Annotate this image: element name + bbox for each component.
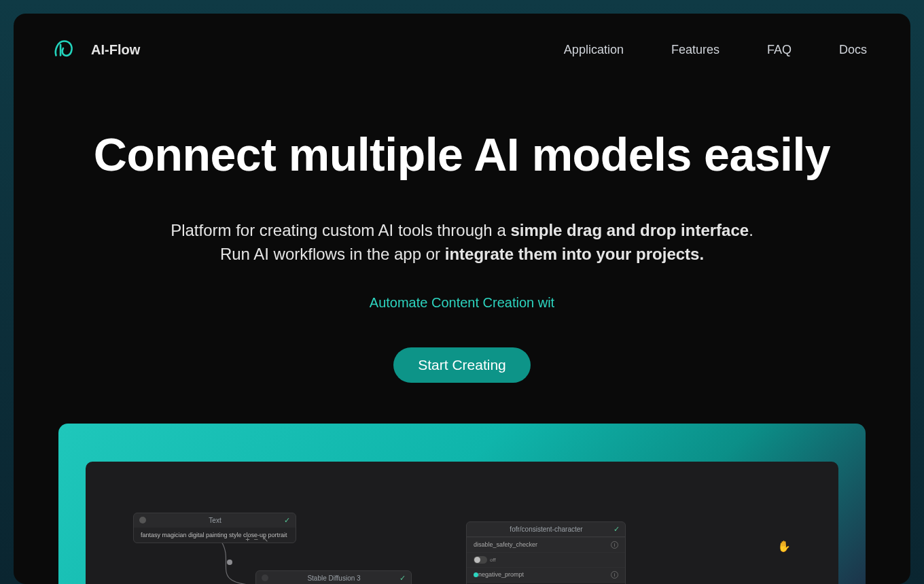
hero-sub-line1-bold: simple drag and drop interface <box>510 221 749 239</box>
brand-name: AI-Flow <box>91 42 140 58</box>
toggle-off-label: off <box>490 557 496 563</box>
node-sd-title: Stable Diffusion 3 <box>268 574 399 582</box>
node-text-title: Text <box>146 517 284 524</box>
brand-logo-icon <box>49 34 77 65</box>
port-icon[interactable] <box>474 572 478 577</box>
check-icon: ✓ <box>614 525 620 534</box>
hero-sub-line2-bold: integrate them into your projects. <box>445 245 704 263</box>
nav-link-faq[interactable]: FAQ <box>767 43 792 57</box>
toggle-off[interactable] <box>474 556 487 564</box>
node-consistent-character[interactable]: fofr/consistent-character ✓ disable_safe… <box>466 521 626 584</box>
node-text-controls[interactable]: + − ↖ <box>245 535 268 544</box>
hero-title: Connect multiple AI models easily <box>14 128 910 181</box>
info-icon[interactable]: i <box>611 541 618 549</box>
primary-nav: Application Features FAQ Docs <box>564 43 867 57</box>
node-cc-title: fofr/consistent-character <box>479 526 614 533</box>
node-cc-neg-label: negative_prompt <box>478 571 524 578</box>
hand-pan-icon[interactable]: ✋ <box>777 540 791 553</box>
nav-link-features[interactable]: Features <box>671 43 719 57</box>
node-cc-row-safety[interactable]: disable_safety_checker i <box>467 537 625 552</box>
node-text[interactable]: Text ✓ + − ↖ fantasy magician digital pa… <box>133 513 296 543</box>
brand[interactable]: AI-Flow <box>49 34 140 65</box>
hero-tagline: Automate Content Creation wit <box>14 295 910 311</box>
cursor-icon: ↖ <box>262 535 268 544</box>
info-icon[interactable]: i <box>611 571 618 579</box>
hero-sub-line1-plain: Platform for creating custom AI tools th… <box>171 221 510 239</box>
node-cc-row-neg[interactable]: negative_prompt i <box>467 567 625 582</box>
hero-sub-line1-tail: . <box>749 221 753 239</box>
node-cc-neg-input[interactable] <box>467 582 625 584</box>
minus-icon[interactable]: − <box>254 535 258 544</box>
node-text-header[interactable]: Text ✓ <box>134 513 296 528</box>
plus-icon[interactable]: + <box>245 535 249 544</box>
nav-link-application[interactable]: Application <box>564 43 624 57</box>
node-cc-header[interactable]: fofr/consistent-character ✓ <box>467 522 625 537</box>
nav-link-docs[interactable]: Docs <box>839 43 867 57</box>
page-shell: AI-Flow Application Features FAQ Docs Co… <box>14 14 910 584</box>
hero-section: Connect multiple AI models easily Platfo… <box>14 65 910 383</box>
edge-midpoint-icon <box>227 560 232 565</box>
node-cc-row-safety-toggle[interactable]: off <box>467 552 625 567</box>
demo-canvas[interactable]: Text ✓ + − ↖ fantasy magician digital pa… <box>86 462 838 584</box>
node-text-prompt[interactable]: fantasy magician digital painting style … <box>134 528 296 543</box>
person-icon <box>139 517 146 523</box>
check-icon: ✓ <box>399 574 406 583</box>
hero-subtitle: Platform for creating custom AI tools th… <box>14 219 910 267</box>
start-creating-button[interactable]: Start Creating <box>393 347 531 383</box>
check-icon: ✓ <box>284 516 290 525</box>
node-stable-diffusion[interactable]: Stable Diffusion 3 ✓ prompt * negative_p… <box>255 570 412 584</box>
model-icon <box>262 574 268 581</box>
node-cc-safety-label: disable_safety_checker <box>474 541 537 548</box>
node-sd-header[interactable]: Stable Diffusion 3 ✓ <box>256 571 411 584</box>
demo-panel: Text ✓ + − ↖ fantasy magician digital pa… <box>58 424 866 584</box>
hero-sub-line2-plain: Run AI workflows in the app or <box>220 245 445 263</box>
site-header: AI-Flow Application Features FAQ Docs <box>14 14 910 65</box>
